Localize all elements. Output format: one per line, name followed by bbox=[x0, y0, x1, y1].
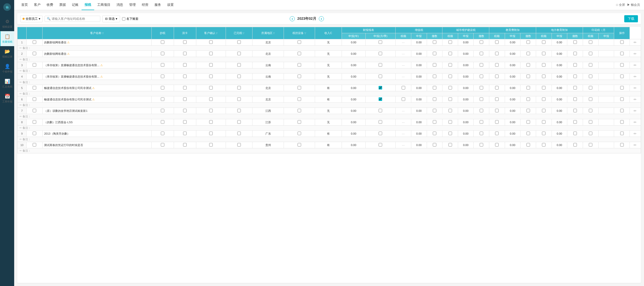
chengshi-shenbao-checkbox[interactable] bbox=[480, 143, 483, 147]
shuikong-checkbox[interactable] bbox=[298, 132, 301, 135]
caibao-yuji-checkbox[interactable] bbox=[402, 97, 405, 101]
jiaoyu-shenbao-checkbox[interactable] bbox=[526, 75, 530, 78]
kehu-queren-checkbox[interactable] bbox=[209, 109, 213, 112]
difang-shenbao-checkbox[interactable] bbox=[573, 52, 577, 55]
shuikong-checkbox[interactable] bbox=[298, 86, 301, 90]
kehu-queren-checkbox[interactable] bbox=[209, 120, 213, 124]
difang-shenbao-checkbox[interactable] bbox=[573, 109, 577, 112]
download-button[interactable]: 下载 bbox=[624, 15, 638, 22]
jiaoyu-cheshuo-checkbox[interactable] bbox=[542, 97, 545, 101]
difang-shenbao-checkbox[interactable] bbox=[573, 63, 577, 67]
kehu-queren-checkbox[interactable] bbox=[209, 132, 213, 135]
jiaoyu-cheshuo-checkbox[interactable] bbox=[542, 63, 545, 67]
filter-button[interactable]: ⊟ 筛选 ▾ bbox=[102, 15, 120, 22]
zengjia-shenbao-checkbox[interactable] bbox=[433, 40, 436, 44]
member-btn[interactable]: ▶ 畅会员 bbox=[627, 3, 640, 7]
chengshi-shenbao-checkbox[interactable] bbox=[480, 120, 483, 124]
chengshi-shenbao-checkbox[interactable] bbox=[480, 75, 483, 78]
shuikong-checkbox[interactable] bbox=[298, 97, 301, 101]
nav-message[interactable]: 消息 bbox=[113, 0, 126, 10]
difang-cheshuo-checkbox[interactable] bbox=[589, 109, 592, 112]
row-select-checkbox[interactable] bbox=[33, 40, 36, 44]
yiwanshui-checkbox[interactable] bbox=[237, 109, 241, 112]
zengjia-shenbao-checkbox[interactable] bbox=[433, 120, 436, 124]
chaoshui-checkbox[interactable] bbox=[161, 109, 164, 112]
row-select-checkbox[interactable] bbox=[33, 143, 36, 147]
zengjia-shenbao-checkbox[interactable] bbox=[433, 86, 436, 90]
chengshi-cheshuo-checkbox[interactable] bbox=[495, 86, 499, 90]
jiaoyu-shenbao-checkbox[interactable] bbox=[526, 86, 530, 90]
nav-tax[interactable]: 报税 bbox=[82, 0, 94, 10]
yiwanshui-checkbox[interactable] bbox=[237, 40, 241, 44]
chengshi-cheshuo-checkbox[interactable] bbox=[495, 132, 499, 135]
yinhua-shenbao-checkbox[interactable] bbox=[620, 109, 624, 112]
yinhua-shenbao-checkbox[interactable] bbox=[620, 143, 624, 147]
chengshi-shenbao-checkbox[interactable] bbox=[480, 97, 483, 101]
chengshi-shenbao-checkbox[interactable] bbox=[480, 86, 483, 90]
chaoshui-checkbox[interactable] bbox=[161, 132, 164, 135]
sidebar-item-piliangshuibao[interactable]: 📋 批量报税 bbox=[0, 31, 14, 46]
jiaoyu-cheshuo-checkbox[interactable] bbox=[542, 40, 545, 44]
edit-icon[interactable]: ✏ bbox=[634, 86, 637, 90]
shuikong-checkbox[interactable] bbox=[298, 120, 301, 124]
caibao-nian-checkbox[interactable] bbox=[379, 75, 382, 78]
edit-icon[interactable]: ✏ bbox=[634, 120, 637, 124]
yiwanshui-checkbox[interactable] bbox=[237, 97, 241, 101]
yiwanshui-checkbox[interactable] bbox=[237, 52, 241, 55]
nav-manage[interactable]: 管理 bbox=[126, 0, 139, 10]
chengshi-cheshuo-checkbox[interactable] bbox=[495, 40, 499, 44]
kehu-queren-checkbox[interactable] bbox=[209, 75, 213, 78]
qingka-checkbox[interactable] bbox=[183, 132, 187, 135]
row-select-checkbox[interactable] bbox=[33, 63, 36, 67]
qingka-checkbox[interactable] bbox=[183, 40, 187, 44]
chaoshui-checkbox[interactable] bbox=[161, 143, 164, 147]
difang-cheshuo-checkbox[interactable] bbox=[589, 63, 592, 67]
chaoshui-checkbox[interactable] bbox=[161, 97, 164, 101]
qingka-checkbox[interactable] bbox=[183, 75, 187, 78]
chaoshui-checkbox[interactable] bbox=[161, 63, 164, 67]
edit-icon[interactable]: ✏ bbox=[634, 40, 637, 44]
jiaoyu-shenbao-checkbox[interactable] bbox=[526, 143, 530, 147]
qingka-checkbox[interactable] bbox=[183, 143, 187, 147]
edit-icon[interactable]: ✏ bbox=[634, 143, 637, 147]
qingka-checkbox[interactable] bbox=[183, 52, 187, 55]
difang-shenbao-checkbox[interactable] bbox=[573, 143, 577, 147]
caibao-nian-checkbox[interactable] bbox=[379, 52, 382, 55]
yinhua-shenbao-checkbox[interactable] bbox=[620, 132, 624, 135]
chaoshui-checkbox[interactable] bbox=[161, 120, 164, 124]
caibao-nian-checkbox[interactable] bbox=[379, 63, 382, 67]
kehu-queren-checkbox[interactable] bbox=[209, 97, 213, 101]
difang-cheshuo-checkbox[interactable] bbox=[589, 132, 592, 135]
yinhua-shenbao-checkbox[interactable] bbox=[620, 120, 624, 124]
difang-cheshuo-checkbox[interactable] bbox=[589, 86, 592, 90]
difang-cheshuo-checkbox[interactable] bbox=[589, 120, 592, 124]
difang-shenbao-checkbox[interactable] bbox=[573, 97, 577, 101]
yinhua-shenbao-checkbox[interactable] bbox=[620, 52, 624, 55]
yiwanshui-checkbox[interactable] bbox=[237, 86, 241, 90]
caibao-nian-checkbox[interactable] bbox=[379, 132, 382, 135]
edit-icon[interactable]: ✏ bbox=[634, 52, 637, 56]
yiwanshui-checkbox[interactable] bbox=[237, 143, 241, 147]
jiaoyu-shenbao-checkbox[interactable] bbox=[526, 120, 530, 124]
edit-icon[interactable]: ✏ bbox=[634, 132, 637, 136]
zengjia-shenbao-checkbox[interactable] bbox=[433, 63, 436, 67]
jiaoyu-shenbao-checkbox[interactable] bbox=[526, 40, 530, 44]
shuikong-checkbox[interactable] bbox=[298, 52, 301, 55]
yiwanshui-checkbox[interactable] bbox=[237, 63, 241, 67]
jiaoyu-cheshuo-checkbox[interactable] bbox=[542, 109, 545, 112]
employee-filter-select[interactable]: 全部员工 ▾ bbox=[20, 15, 43, 22]
nav-business[interactable]: 工商项目 bbox=[94, 0, 113, 10]
nav-bookkeeping[interactable]: 记账 bbox=[69, 0, 82, 10]
search-input[interactable] bbox=[52, 17, 98, 21]
difang-cheshuo-checkbox[interactable] bbox=[589, 143, 592, 147]
row-select-checkbox[interactable] bbox=[33, 97, 36, 101]
chengshi-cheshuo-checkbox[interactable] bbox=[495, 143, 499, 147]
zengjia-shenbao-checkbox[interactable] bbox=[433, 75, 436, 78]
zengjia-cheshuo-checkbox[interactable] bbox=[448, 132, 452, 135]
chengshi-shenbao-checkbox[interactable] bbox=[480, 52, 483, 55]
difang-shenbao-checkbox[interactable] bbox=[573, 132, 577, 135]
chengshi-shenbao-checkbox[interactable] bbox=[480, 63, 483, 67]
yinhua-shenbao-checkbox[interactable] bbox=[620, 40, 624, 44]
fullscreen-btn[interactable]: □ 全屏 bbox=[616, 3, 625, 7]
shuikong-checkbox[interactable] bbox=[298, 40, 301, 44]
